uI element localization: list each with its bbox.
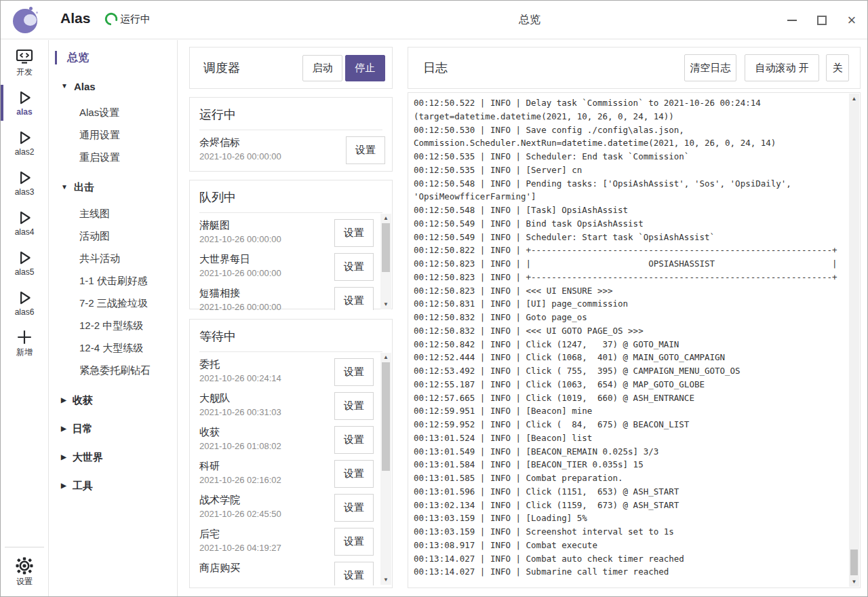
menu-children: Alas设置通用设置重启设置	[50, 96, 177, 169]
menu-group-header[interactable]: ▶日常	[50, 419, 177, 439]
rail-item-alas4[interactable]: alas4	[1, 203, 48, 243]
task-row: 大世界每日2021-10-26 00:00:00设置	[190, 250, 380, 284]
menu-group: ▶大世界	[50, 447, 177, 467]
task-row: 收获2021-10-26 01:08:02设置	[190, 423, 380, 457]
task-row: 委托2021-10-26 00:24:14设置	[190, 355, 380, 389]
rail-item-alas6[interactable]: alas6	[1, 283, 48, 323]
menu-item[interactable]: 紧急委托刷钻石	[50, 360, 177, 382]
menu-group-header[interactable]: ▼出击	[50, 177, 177, 197]
task-rows: 潜艇图2021-10-26 00:00:00设置大世界每日2021-10-26 …	[190, 216, 380, 310]
chevron-right-icon: ▶	[61, 425, 66, 432]
menu-group-header[interactable]: ▼Alas	[50, 76, 177, 96]
chevron-right-icon: ▶	[61, 453, 66, 461]
rail-item-label: 设置	[16, 576, 33, 588]
menu-item[interactable]: 共斗活动	[50, 248, 177, 270]
play-icon	[16, 249, 33, 267]
menu-item[interactable]: 活动图	[50, 225, 177, 248]
rail-item-label: alas5	[15, 267, 35, 277]
scroll-down-icon[interactable]: ▼	[380, 300, 391, 309]
task-settings-button[interactable]: 设置	[346, 136, 385, 164]
menu-item[interactable]: 主线图	[50, 203, 177, 225]
play-icon	[16, 209, 33, 227]
page-title: 总览	[519, 13, 540, 27]
menu-group-header[interactable]: ▶工具	[50, 476, 177, 496]
task-settings-button[interactable]: 设置	[334, 528, 374, 556]
menu-group-label: 工具	[73, 480, 93, 493]
task-settings-button[interactable]: 设置	[334, 392, 374, 420]
rail-item-add[interactable]: 新增	[1, 323, 48, 363]
spinner-icon	[104, 12, 119, 26]
scrollbar[interactable]: ▲▼	[380, 353, 391, 585]
menu-item[interactable]: 重启设置	[50, 147, 177, 169]
task-row: 潜艇图2021-10-26 00:00:00设置	[190, 216, 380, 250]
app-window: Alas 运行中 总览 × 开发alasalas2alas3alas4alas5…	[0, 0, 868, 597]
play-icon	[16, 289, 33, 307]
task-row: 短猫相接2021-10-26 00:00:00设置	[190, 284, 380, 310]
section-title: 运行中	[190, 98, 392, 130]
clear-log-button[interactable]: 清空日志	[684, 54, 736, 81]
menu-group-header[interactable]: ▶收获	[50, 390, 177, 410]
log-close-button[interactable]: 关	[826, 54, 849, 81]
icon-rail: 开发alasalas2alas3alas4alas5alas6新增 设置	[1, 40, 49, 596]
rail-item-label: 开发	[16, 66, 33, 78]
scroll-up-icon[interactable]: ▲	[380, 214, 391, 223]
menu-group: ▶收获	[50, 390, 177, 410]
scroll-down-icon[interactable]: ▼	[849, 577, 859, 587]
task-settings-button[interactable]: 设置	[334, 358, 374, 386]
scroll-thumb[interactable]	[382, 362, 390, 471]
scroll-up-icon[interactable]: ▲	[380, 353, 391, 362]
maximize-icon	[817, 16, 827, 25]
log-output: 00:12:50.522 | INFO | Delay task `Commis…	[414, 96, 844, 585]
close-icon: ×	[848, 14, 856, 26]
task-row: 商店购买设置	[190, 558, 380, 585]
menu-item[interactable]: 7-2 三战捡垃圾	[50, 292, 177, 315]
menu-item[interactable]: 12-2 中型练级	[50, 315, 177, 337]
main-area: 调度器 启动 停止 运行中余烬信标2021-10-26 00:00:00设置队列…	[178, 40, 867, 596]
scroll-down-icon[interactable]: ▼	[380, 575, 391, 585]
log-scrollbar[interactable]: ▲ ▼	[849, 94, 859, 587]
rail-item-alas5[interactable]: alas5	[1, 243, 48, 283]
task-settings-button[interactable]: 设置	[334, 287, 374, 310]
minimize-icon	[787, 20, 797, 21]
menu-group: ▼AlasAlas设置通用设置重启设置	[50, 76, 177, 169]
scroll-up-icon[interactable]: ▲	[849, 94, 859, 104]
menu-group-label: 大世界	[73, 451, 103, 464]
menu-item[interactable]: 通用设置	[50, 124, 177, 147]
menu-group-label: 收获	[73, 394, 93, 407]
task-settings-button[interactable]: 设置	[334, 460, 374, 488]
task-row: 战术学院2021-10-26 02:45:50设置	[190, 490, 380, 524]
menu-item[interactable]: 1-1 伏击刷好感	[50, 270, 177, 292]
scroll-thumb[interactable]	[382, 223, 390, 272]
close-button[interactable]: ×	[846, 14, 858, 26]
menu-item[interactable]: Alas设置	[50, 102, 177, 124]
chevron-down-icon: ▼	[61, 82, 68, 90]
start-button[interactable]: 启动	[302, 55, 342, 81]
rail-item-label: alas2	[15, 147, 35, 157]
menu-children: 主线图活动图共斗活动1-1 伏击刷好感7-2 三战捡垃圾12-2 中型练级12-…	[50, 197, 177, 382]
task-settings-button[interactable]: 设置	[334, 426, 374, 454]
maximize-button[interactable]	[816, 14, 828, 26]
plus-icon	[16, 328, 33, 346]
rail-item-alas2[interactable]: alas2	[1, 123, 48, 163]
menu-item[interactable]: 12-4 大型练级	[50, 337, 177, 360]
autoscroll-button[interactable]: 自动滚动 开	[745, 54, 819, 81]
play-icon	[16, 129, 33, 147]
section-title: 队列中	[190, 180, 392, 212]
menu-item-overview[interactable]: 总览	[50, 47, 177, 68]
task-settings-button[interactable]: 设置	[334, 253, 374, 281]
task-settings-button[interactable]: 设置	[334, 494, 374, 522]
task-list: 潜艇图2021-10-26 00:00:00设置大世界每日2021-10-26 …	[190, 213, 392, 310]
scrollbar[interactable]: ▲▼	[380, 214, 391, 309]
window-controls: ×	[786, 1, 858, 39]
rail-item-alas3[interactable]: alas3	[1, 163, 48, 203]
stop-button[interactable]: 停止	[345, 55, 385, 81]
minimize-button[interactable]	[786, 14, 798, 26]
rail-item-dev[interactable]: 开发	[1, 43, 48, 83]
task-row: 大舰队2021-10-26 00:31:03设置	[190, 389, 380, 423]
rail-item-settings[interactable]: 设置	[1, 547, 48, 596]
rail-item-alas[interactable]: alas	[1, 83, 48, 123]
task-settings-button[interactable]: 设置	[334, 562, 374, 585]
task-settings-button[interactable]: 设置	[334, 219, 374, 247]
menu-group-header[interactable]: ▶大世界	[50, 447, 177, 467]
log-scroll-thumb[interactable]	[850, 550, 858, 575]
